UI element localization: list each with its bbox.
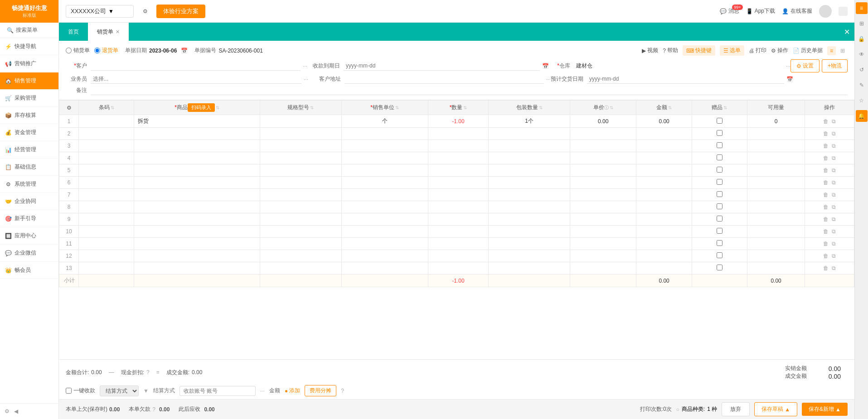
row-sales-unit-9[interactable]	[341, 226, 428, 238]
delete-icon-4[interactable]: 🗑	[823, 167, 829, 173]
row-spec-4[interactable]	[260, 164, 341, 177]
row-gift-12[interactable]	[692, 262, 747, 275]
one-click-checkbox-input[interactable]	[66, 388, 72, 394]
customer-addr-dots-icon[interactable]: ···	[546, 76, 551, 82]
row-settings-cell-6[interactable]: 7	[59, 189, 79, 201]
return-radio-input[interactable]	[94, 48, 100, 53]
row-sales-unit-0[interactable]: 个	[341, 115, 428, 128]
expected-date-input[interactable]	[587, 74, 784, 84]
row-sales-unit-7[interactable]	[341, 201, 428, 213]
sidebar-item-inventory[interactable]: 📦 库存核算	[0, 107, 58, 124]
row-sales-unit-10[interactable]	[341, 238, 428, 250]
row-amount-6[interactable]	[636, 189, 692, 201]
row-barcode-8[interactable]	[79, 213, 134, 226]
close-window-icon[interactable]: ✕	[839, 28, 854, 36]
row-settings-cell-0[interactable]: 1	[59, 115, 79, 128]
customer-dots-icon[interactable]: ···	[303, 63, 307, 69]
row-product-4[interactable]	[134, 164, 260, 177]
row-unit-price-4[interactable]	[570, 164, 636, 177]
video-btn[interactable]: ▶ 视频	[642, 47, 658, 54]
row-pkg-qty-12[interactable]	[489, 262, 570, 275]
scan-button[interactable]: 扫码录入	[188, 103, 215, 112]
row-gift-2[interactable]	[692, 140, 747, 152]
right-panel-star-icon[interactable]: ☆	[856, 95, 868, 106]
row-unit-price-12[interactable]	[570, 262, 636, 275]
shortcut-btn[interactable]: ⌨ 快捷键	[683, 45, 715, 56]
row-unit-price-10[interactable]	[570, 238, 636, 250]
warehouse-dots-icon[interactable]: ···	[786, 63, 790, 69]
right-panel-list-icon[interactable]: ≡	[856, 2, 868, 14]
copy-icon-6[interactable]: ⧉	[832, 192, 836, 198]
row-barcode-0[interactable]	[79, 115, 134, 128]
account-dots-icon[interactable]: ···	[260, 388, 265, 394]
row-barcode-6[interactable]	[79, 189, 134, 201]
bill-debt-info-icon[interactable]: ?	[152, 406, 155, 413]
copy-icon-3[interactable]: ⧉	[832, 155, 836, 161]
row-barcode-5[interactable]	[79, 177, 134, 189]
row-unit-price-11[interactable]	[570, 250, 636, 262]
row-unit-price-6[interactable]	[570, 189, 636, 201]
trial-button[interactable]: 体验行业方案	[156, 5, 205, 18]
delete-icon-2[interactable]: 🗑	[823, 143, 829, 149]
copy-icon-1[interactable]: ⧉	[832, 130, 836, 137]
row-quantity-7[interactable]	[428, 201, 489, 213]
save-new-button[interactable]: 保存&新增 ▲	[802, 403, 848, 416]
search-menu[interactable]: 🔍 搜索菜单	[0, 23, 58, 38]
row-product-8[interactable]	[134, 213, 260, 226]
salesperson-dots-icon[interactable]: ···	[304, 76, 308, 82]
row-amount-5[interactable]	[636, 177, 692, 189]
row-barcode-4[interactable]	[79, 164, 134, 177]
copy-icon-7[interactable]: ⧉	[832, 204, 836, 210]
row-settings-cell-8[interactable]: 9	[59, 213, 79, 226]
row-product-9[interactable]	[134, 226, 260, 238]
gift-checkbox-3[interactable]	[717, 154, 723, 160]
gift-checkbox-6[interactable]	[717, 191, 723, 197]
gift-checkbox-12[interactable]	[717, 265, 723, 270]
gift-checkbox-0[interactable]	[717, 118, 723, 124]
sales-unit-sort[interactable]: ⇅	[395, 105, 399, 110]
sidebar-item-wechat[interactable]: 💬 企业微信	[0, 245, 58, 262]
delete-icon-8[interactable]: 🗑	[823, 216, 829, 222]
row-spec-1[interactable]	[260, 128, 341, 140]
row-quantity-11[interactable]	[428, 250, 489, 262]
row-sales-unit-3[interactable]	[341, 152, 428, 164]
account-input[interactable]	[179, 386, 256, 396]
row-sales-unit-1[interactable]	[341, 128, 428, 140]
unit-price-sort[interactable]: ⇅	[610, 105, 613, 110]
row-sales-unit-6[interactable]	[341, 189, 428, 201]
right-panel-grid-icon[interactable]: ⊞	[856, 18, 868, 29]
barcode-sort[interactable]: ⇅	[111, 105, 114, 110]
row-amount-3[interactable]	[636, 152, 692, 164]
due-date-input[interactable]	[344, 61, 540, 71]
row-unit-price-0[interactable]: 0.00	[570, 115, 636, 128]
row-spec-7[interactable]	[260, 201, 341, 213]
delete-icon-3[interactable]: 🗑	[823, 155, 829, 161]
help-btn[interactable]: ? 帮助	[663, 47, 678, 54]
delete-icon-5[interactable]: 🗑	[823, 179, 829, 186]
settings-button[interactable]: ⚙	[138, 5, 152, 18]
copy-icon-12[interactable]: ⧉	[832, 265, 836, 271]
row-sales-unit-5[interactable]	[341, 177, 428, 189]
row-spec-6[interactable]	[260, 189, 341, 201]
row-sales-unit-2[interactable]	[341, 140, 428, 152]
sidebar-item-operations[interactable]: 📊 经营管理	[0, 141, 58, 159]
row-pkg-qty-2[interactable]	[489, 140, 570, 152]
list-view-icon[interactable]: ≡	[827, 46, 836, 55]
row-gift-10[interactable]	[692, 238, 747, 250]
row-amount-10[interactable]	[636, 238, 692, 250]
right-panel-lock-icon[interactable]: 🔒	[856, 33, 868, 45]
tab-close-icon[interactable]: ✕	[116, 29, 120, 35]
row-gift-0[interactable]	[692, 115, 747, 128]
row-unit-price-3[interactable]	[570, 152, 636, 164]
row-quantity-6[interactable]	[428, 189, 489, 201]
row-unit-price-5[interactable]	[570, 177, 636, 189]
sidebar-item-basic[interactable]: 📋 基础信息	[0, 159, 58, 176]
row-spec-3[interactable]	[260, 152, 341, 164]
sidebar-item-system[interactable]: ⚙ 系统管理	[0, 176, 58, 193]
delete-icon-0[interactable]: 🗑	[823, 118, 829, 125]
amount-sort[interactable]: ⇅	[668, 105, 672, 110]
product-sort[interactable]: ⇅	[216, 105, 219, 110]
delete-icon-7[interactable]: 🗑	[823, 204, 829, 210]
row-settings-cell-9[interactable]: 10	[59, 226, 79, 238]
row-sales-unit-8[interactable]	[341, 213, 428, 226]
